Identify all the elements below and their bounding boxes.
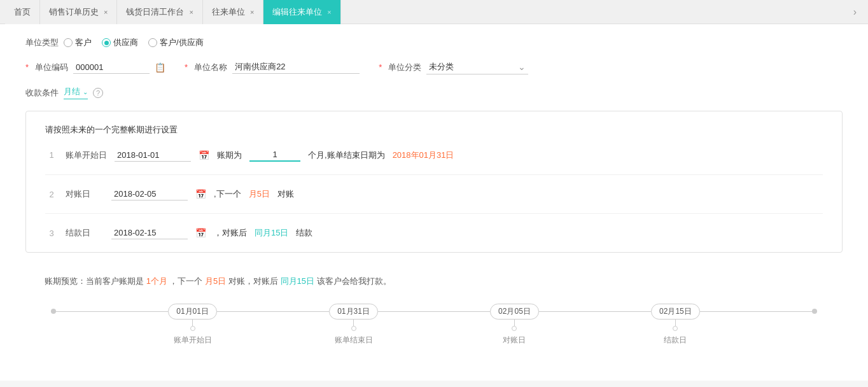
timeline-point-4: 02月15日 结款日 (651, 304, 700, 346)
timeline-label-2: 账单结束日 (335, 335, 373, 346)
timeline-connector-3 (514, 320, 515, 326)
payment-suffix-prefix: ，对账后 (214, 227, 247, 239)
timeline-end-dot (812, 309, 817, 314)
timeline-point-3: 02月05日 对账日 (490, 304, 539, 346)
help-icon[interactable]: ? (93, 88, 103, 98)
unit-code-star: * (25, 62, 29, 72)
step-1-num: 1 (45, 150, 58, 160)
tab-expand-btn[interactable]: › (847, 6, 863, 18)
payment-terms-group: 收款条件 月结 ⌄ ? (25, 86, 103, 99)
preview-sep1: ，下一个 (169, 276, 202, 286)
preview-section: 账期预览：当前客户账期是 1个月 ，下一个 月5日 对账，对账后 同月15日 该… (25, 265, 843, 297)
tab-cash-daily-close[interactable]: × (189, 8, 193, 16)
unit-code-group: * 单位编码 📋 (25, 61, 165, 74)
radio-customer-label: 客户 (75, 37, 92, 48)
timeline-tag-2: 01月31日 (329, 304, 378, 320)
timeline-dot-2 (351, 326, 356, 331)
tabs-bar: 首页 销售订单历史 × 钱货日清工作台 × 往来单位 × 编辑往来单位 × › (0, 0, 868, 24)
timeline-start (51, 304, 56, 346)
preview-suffix: 该客户会给我打款。 (317, 276, 391, 286)
settings-row-1: 1 账单开始日 📅 账期为 个月,账单结束日期为 2018年01月31日 (45, 148, 823, 175)
radio-both-label: 客户/供应商 (160, 37, 204, 48)
period-label: 账期为 (217, 150, 242, 161)
tab-home[interactable]: 首页 (5, 0, 40, 24)
payment-suffix-text: 结款 (296, 227, 312, 239)
timeline-point-2: 01月31日 账单结束日 (329, 304, 378, 346)
period-end-date: 2018年01月31日 (393, 150, 454, 161)
step-3-label: 结款日 (66, 227, 104, 239)
unit-code-label: 单位编码 (35, 62, 68, 73)
tab-cash-daily[interactable]: 钱货日清工作台 × (117, 0, 202, 24)
timeline-label-3: 对账日 (503, 335, 526, 346)
timeline-point-1: 01月01日 账单开始日 (168, 304, 217, 346)
period-unit: 个月,账单结束日期为 (308, 150, 385, 161)
reconcile-date-calendar-icon[interactable]: 📅 (195, 189, 206, 199)
reconcile-suffix-text: 对账 (277, 188, 294, 200)
start-date-input[interactable] (115, 149, 191, 162)
settings-title: 请按照未来的一个完整帐期进行设置 (45, 124, 823, 136)
unit-category-dropdown[interactable]: 未分类 ⌄ (426, 60, 528, 74)
radio-both-circle (148, 38, 157, 47)
period-value-input[interactable] (249, 148, 300, 162)
tab-cash-daily-label: 钱货日清工作台 (126, 6, 184, 18)
timeline-end (812, 304, 817, 346)
unit-category-arrow-icon: ⌄ (518, 62, 526, 72)
tab-edit-partner[interactable]: 编辑往来单位 × (263, 0, 340, 24)
tab-partner-unit[interactable]: 往来单位 × (203, 0, 263, 24)
preview-part1: 1个月 (146, 276, 167, 286)
tab-home-label: 首页 (14, 6, 31, 18)
timeline-connector-1 (192, 320, 193, 326)
unit-name-label: 单位名称 (194, 62, 227, 73)
tab-partner-unit-close[interactable]: × (250, 8, 254, 16)
tab-edit-partner-close[interactable]: × (327, 8, 331, 16)
timeline-connector-4 (675, 320, 676, 326)
payment-terms-value: 月结 (64, 86, 80, 97)
payment-date-input[interactable] (111, 227, 188, 239)
timeline-points: 01月01日 账单开始日 01月31日 账单结束日 02月05日 (51, 304, 817, 346)
unit-category-star: * (379, 62, 382, 72)
unit-code-calendar-icon[interactable]: 📋 (155, 62, 165, 73)
radio-supplier[interactable]: 供应商 (102, 37, 138, 48)
unit-category-label: 单位分类 (388, 62, 421, 73)
unit-type-label: 单位类型 (25, 37, 59, 48)
tab-sales-history-close[interactable]: × (104, 8, 108, 16)
reconcile-suffix-prefix: ,下一个 (214, 188, 241, 200)
unit-type-row: 单位类型 客户 供应商 客户/供应商 (25, 37, 843, 48)
payment-date-calendar-icon[interactable]: 📅 (195, 228, 206, 238)
timeline-dot-4 (673, 326, 678, 331)
radio-group: 客户 供应商 客户/供应商 (64, 37, 204, 48)
step-1-label: 账单开始日 (66, 150, 107, 161)
timeline-tag-3: 02月05日 (490, 304, 539, 320)
timeline-label-1: 账单开始日 (174, 335, 212, 346)
payment-terms-dropdown[interactable]: 月结 ⌄ (64, 86, 88, 99)
settings-row-3: 3 结款日 📅 ，对账后 同月15日 结款 (45, 227, 823, 239)
settings-box: 请按照未来的一个完整帐期进行设置 1 账单开始日 📅 账期为 个月,账单结束日期… (25, 111, 843, 253)
radio-customer[interactable]: 客户 (64, 37, 92, 48)
settings-row-2: 2 对账日 📅 ,下一个 月5日 对账 (45, 188, 823, 214)
step-3-num: 3 (45, 229, 58, 238)
page-content: 单位类型 客户 供应商 客户/供应商 * 单位编码 (0, 24, 868, 381)
timeline-dot-1 (190, 326, 195, 331)
unit-name-group: * 单位名称 (185, 61, 360, 74)
payment-terms-label: 收款条件 (25, 87, 59, 99)
reconcile-suffix-highlight: 月5日 (249, 188, 270, 200)
step-2-num: 2 (45, 190, 58, 199)
payment-terms-row: 收款条件 月结 ⌄ ? (25, 86, 843, 99)
preview-prefix: 账期预览：当前客户账期是 (45, 276, 144, 286)
unit-category-group: * 单位分类 未分类 ⌄ (379, 60, 528, 74)
step-2-label: 对账日 (66, 188, 104, 200)
preview-part2: 月5日 (205, 276, 226, 286)
radio-both[interactable]: 客户/供应商 (148, 37, 204, 48)
reconcile-date-input[interactable] (111, 188, 188, 201)
start-date-calendar-icon[interactable]: 📅 (199, 150, 209, 160)
tab-partner-unit-label: 往来单位 (212, 6, 245, 18)
tab-edit-partner-label: 编辑往来单位 (272, 6, 322, 18)
radio-supplier-label: 供应商 (113, 37, 138, 48)
radio-customer-circle (64, 38, 73, 47)
tab-sales-history[interactable]: 销售订单历史 × (40, 0, 117, 24)
unit-code-input[interactable] (73, 61, 150, 74)
unit-name-input[interactable] (232, 61, 360, 74)
timeline-label-4: 结款日 (664, 335, 687, 346)
unit-info-row: * 单位编码 📋 * 单位名称 * 单位分类 未分类 ⌄ (25, 60, 843, 74)
timeline-tag-4: 02月15日 (651, 304, 700, 320)
